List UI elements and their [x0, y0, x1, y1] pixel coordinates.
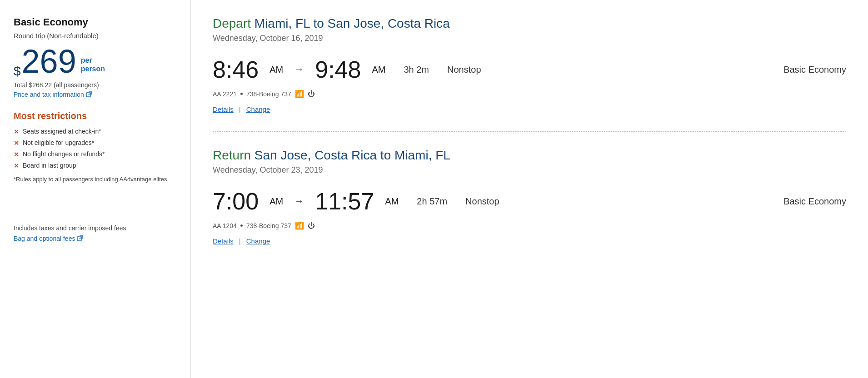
return-details-link[interactable]: Details — [213, 237, 234, 245]
x-icon: ✕ — [14, 128, 19, 135]
return-section: Return San Jose, Costa Rica to Miami, FL… — [213, 131, 846, 245]
depart-section: Depart Miami, FL to San Jose, Costa Rica… — [213, 16, 846, 113]
price-per-person: perperson — [81, 56, 105, 73]
return-meta: AA 1204 738-Boeing 737 📶 ⏻ — [213, 221, 846, 230]
arrive-time: 9:48 — [315, 56, 361, 83]
return-route: San Jose, Costa Rica to Miami, FL — [254, 148, 450, 162]
return-stops: Nonstop — [465, 196, 499, 207]
bag-fees-link[interactable]: Bag and optional fees — [14, 235, 83, 242]
return-change-link[interactable]: Change — [246, 237, 270, 245]
external-link-icon-2 — [77, 235, 83, 242]
x-icon: ✕ — [14, 139, 19, 147]
right-panel: Depart Miami, FL to San Jose, Costa Rica… — [191, 0, 868, 378]
depart-route: Miami, FL to San Jose, Costa Rica — [254, 16, 450, 30]
depart-change-link[interactable]: Change — [246, 105, 270, 113]
x-icon: ✕ — [14, 162, 19, 169]
total-price: Total $268.22 (all passengers) — [14, 81, 177, 89]
depart-fare-class: Basic Economy — [783, 65, 846, 75]
price-tax-link[interactable]: Price and tax information — [14, 91, 92, 98]
external-link-icon — [86, 91, 92, 98]
return-arrive-time: 11:57 — [315, 188, 374, 215]
price-dollar-sign: $ — [14, 65, 21, 78]
depart-duration: 3h 2m — [404, 65, 429, 75]
depart-times: 8:46 AM → 9:48 AM 3h 2m Nonstop Basic Ec… — [213, 56, 846, 83]
return-power-icon: ⏻ — [308, 222, 315, 230]
return-duration: 2h 57m — [417, 196, 447, 207]
return-date: Wednesday, October 23, 2019 — [213, 165, 846, 175]
depart-direction: Depart Miami, FL to San Jose, Costa Rica — [213, 16, 846, 31]
return-header: Return San Jose, Costa Rica to Miami, FL… — [213, 148, 846, 175]
depart-header: Depart Miami, FL to San Jose, Costa Rica… — [213, 16, 846, 43]
depart-links: Details | Change — [213, 105, 846, 113]
depart-details-link[interactable]: Details — [213, 105, 234, 113]
list-item: ✕ No flight changes or refunds* — [14, 150, 177, 158]
return-direction: Return San Jose, Costa Rica to Miami, FL — [213, 148, 846, 163]
list-item: ✕ Board in last group — [14, 162, 177, 169]
power-icon: ⏻ — [308, 90, 315, 98]
restrictions-list: ✕ Seats assigned at check-in* ✕ Not elig… — [14, 128, 177, 169]
return-depart-ampm: AM — [269, 196, 283, 207]
trip-type: Round trip (Non-refundable) — [14, 32, 177, 40]
return-fare-class: Basic Economy — [783, 196, 846, 207]
return-aircraft: 738-Boeing 737 — [246, 222, 291, 229]
link-divider: | — [239, 105, 241, 113]
arrive-ampm: AM — [372, 65, 385, 75]
list-item: ✕ Seats assigned at check-in* — [14, 128, 177, 135]
includes-text: Includes taxes and carrier imposed fees. — [14, 224, 177, 232]
return-wifi-icon: 📶 — [295, 221, 304, 230]
return-times: 7:00 AM → 11:57 AM 2h 57m Nonstop Basic … — [213, 188, 846, 215]
depart-flight-number: AA 2221 — [213, 90, 237, 98]
list-item: ✕ Not eligible for upgrades* — [14, 139, 177, 147]
meta-separator — [240, 93, 243, 95]
arrow-icon: → — [294, 64, 304, 75]
left-panel: Basic Economy Round trip (Non-refundable… — [0, 0, 191, 378]
return-links: Details | Change — [213, 237, 846, 245]
link-divider-2: | — [239, 237, 241, 245]
depart-meta: AA 2221 738-Boeing 737 📶 ⏻ — [213, 90, 846, 98]
depart-ampm: AM — [269, 65, 283, 75]
price-amount: 269 — [22, 45, 76, 78]
x-icon: ✕ — [14, 151, 19, 158]
return-flight-number: AA 1204 — [213, 222, 237, 229]
fare-type: Basic Economy — [14, 16, 177, 28]
depart-time: 8:46 — [213, 56, 259, 83]
depart-date: Wednesday, October 16, 2019 — [213, 34, 846, 43]
rules-note: *Rules apply to all passengers including… — [14, 176, 177, 183]
depart-aircraft: 738-Boeing 737 — [246, 90, 291, 98]
wifi-icon: 📶 — [295, 90, 304, 98]
return-arrive-ampm: AM — [385, 196, 399, 207]
meta-separator-2 — [240, 224, 243, 227]
depart-stops: Nonstop — [447, 65, 481, 75]
return-depart-time: 7:00 — [213, 188, 259, 215]
price-row: $ 269 perperson — [14, 45, 177, 78]
return-arrow-icon: → — [294, 195, 304, 207]
restrictions-title: Most restrictions — [14, 111, 177, 121]
